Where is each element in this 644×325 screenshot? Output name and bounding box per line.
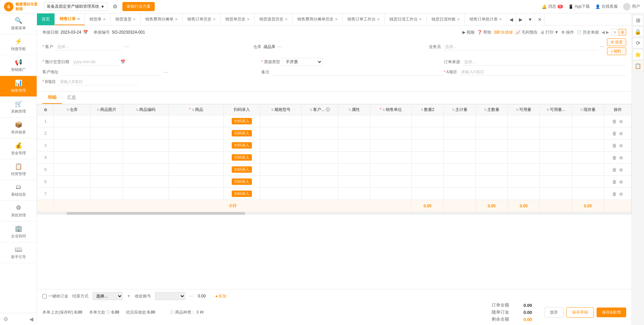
row-qty2[interactable] xyxy=(412,115,444,127)
sidebar-item-finance[interactable]: 💰 资金管理 xyxy=(0,138,37,159)
row-scan[interactable]: 扫码录入 xyxy=(224,152,260,164)
row-copy-icon[interactable]: ⊕ xyxy=(619,191,623,197)
row-spec[interactable] xyxy=(260,127,302,139)
overdue-info-icon[interactable]: ⓘ xyxy=(106,310,110,315)
row-code[interactable] xyxy=(123,164,168,176)
row-unit[interactable] xyxy=(370,164,412,176)
settings-button[interactable]: ⚙ xyxy=(110,2,120,11)
row-warehouse[interactable] xyxy=(54,127,90,139)
th-code[interactable]: ⇅商品编码 xyxy=(123,105,168,115)
sidebar-item-ops[interactable]: 📋 经营管理 xyxy=(0,159,37,180)
tab-next-btn[interactable]: ▶ xyxy=(516,13,526,25)
one-click-checkbox[interactable] xyxy=(42,294,47,298)
row-product[interactable] xyxy=(168,127,223,139)
row-copy-icon[interactable]: ⊕ xyxy=(619,167,623,172)
row-main-qty[interactable] xyxy=(476,164,507,176)
th-current[interactable]: ⇅现存量 xyxy=(572,105,604,115)
sidebar-item-guide[interactable]: 📖 新手引导 xyxy=(0,242,37,263)
row-qty2[interactable] xyxy=(412,176,444,188)
row-warehouse[interactable] xyxy=(54,176,90,188)
row-spec[interactable] xyxy=(260,188,302,200)
row-scan[interactable]: 扫码录入 xyxy=(224,176,260,188)
sidebar-gear-icon[interactable]: ⚙ xyxy=(3,316,8,322)
sidebar-item-inventory[interactable]: 📦 库存核算 xyxy=(0,118,37,138)
tab-close-sales-return[interactable]: ✕ xyxy=(133,17,136,21)
tab-daily-clear-workbench[interactable]: 钱货日清工作台 ✕ xyxy=(385,13,427,25)
sidebar-item-base[interactable]: 🗂 基础信息 xyxy=(0,180,37,201)
tab-sales-stats[interactable]: 销售订单统计表 ✕ xyxy=(465,13,507,25)
staff-input[interactable] xyxy=(443,43,598,50)
remark-input[interactable] xyxy=(271,69,444,76)
row-product[interactable] xyxy=(168,164,223,176)
row-delete-icon[interactable]: 🗑 xyxy=(612,143,617,148)
row-available2[interactable] xyxy=(540,164,572,176)
tab-sales-slip-history[interactable]: 销货单历史 ✕ xyxy=(221,13,255,25)
tab-sales-workbench[interactable]: 销售订单工作台 ✕ xyxy=(343,13,385,25)
row-delete-icon[interactable]: 🗑 xyxy=(612,155,617,160)
row-code[interactable] xyxy=(123,188,168,200)
row-available[interactable] xyxy=(508,115,540,127)
row-code[interactable] xyxy=(123,115,168,127)
row-main-unit[interactable] xyxy=(444,139,476,152)
address-more-btn[interactable]: ··· xyxy=(163,69,168,75)
row-qty2[interactable] xyxy=(412,152,444,164)
row-warehouse[interactable] xyxy=(54,164,90,176)
shortcut-btn[interactable]: ⌨ 快捷键 xyxy=(494,30,513,35)
th-spec[interactable]: ⇅规格型号 xyxy=(260,105,302,115)
customer-more-btn[interactable]: ··· xyxy=(124,44,129,50)
tab-prev-btn[interactable]: ◀ xyxy=(507,13,516,25)
row-warehouse[interactable] xyxy=(54,152,90,164)
row-product[interactable] xyxy=(168,139,223,152)
row-available[interactable] xyxy=(508,176,540,188)
save-draft-button[interactable]: 保存草稿 xyxy=(566,307,594,318)
row-warehouse[interactable] xyxy=(54,188,90,200)
row-main-qty[interactable] xyxy=(476,139,507,152)
row-main-qty[interactable] xyxy=(476,188,507,200)
tab-sales-return[interactable]: 销货退货 ✕ xyxy=(111,13,141,25)
scan-btn[interactable]: 扫码录入 xyxy=(232,166,252,173)
scan-btn[interactable]: 扫码录入 xyxy=(232,191,252,197)
row-qty2[interactable] xyxy=(412,164,444,176)
row-unit[interactable] xyxy=(370,115,412,127)
account-select[interactable] xyxy=(155,292,185,300)
row-current[interactable] xyxy=(572,188,604,200)
row-main-unit[interactable] xyxy=(444,115,476,127)
user-item[interactable]: 用户 xyxy=(623,3,640,10)
row-delete-icon[interactable]: 🗑 xyxy=(612,131,617,136)
next-record-btn[interactable]: ▶ xyxy=(606,30,609,35)
tab-close-sch[interactable]: ✕ xyxy=(335,17,338,21)
history-btn[interactable]: 📄 历史单据 xyxy=(577,30,599,35)
row-warehouse[interactable] xyxy=(54,115,90,127)
card-view-btn[interactable]: ⊞ xyxy=(619,29,626,36)
row-current[interactable] xyxy=(572,152,604,164)
row-customer-code[interactable] xyxy=(302,176,338,188)
qb-3[interactable]: ⟳ xyxy=(633,38,643,48)
sidebar-item-nav[interactable]: ⚡ 快捷导航 xyxy=(0,34,37,55)
th-available2[interactable]: ⇅可用量... xyxy=(540,105,572,115)
tab-close-dc[interactable]: ✕ xyxy=(457,17,460,21)
row-code[interactable] xyxy=(123,127,168,139)
sidebar-item-search[interactable]: 🔍 搜索菜单 xyxy=(0,13,37,34)
row-available2[interactable] xyxy=(540,176,572,188)
detail-tab-mingxi[interactable]: 明细 xyxy=(42,92,62,104)
row-available2[interactable] xyxy=(540,127,572,139)
row-available[interactable] xyxy=(508,188,540,200)
tab-close-dcw[interactable]: ✕ xyxy=(419,17,422,21)
tab-close-srh[interactable]: ✕ xyxy=(285,17,288,21)
customer-input[interactable] xyxy=(55,43,122,50)
row-available[interactable] xyxy=(508,152,540,164)
row-current[interactable] xyxy=(572,139,604,152)
row-copy-icon[interactable]: ⊕ xyxy=(619,143,623,148)
row-customer-code[interactable] xyxy=(302,139,338,152)
th-customer-code[interactable]: ⇅客户... ⓘ xyxy=(302,105,338,115)
row-current[interactable] xyxy=(572,164,604,176)
row-attr[interactable] xyxy=(338,127,370,139)
qb-2[interactable]: 🔒 xyxy=(633,26,643,37)
th-warehouse[interactable]: ⇅仓库 xyxy=(54,105,90,115)
warehouse-more-btn[interactable]: ··· xyxy=(277,44,282,50)
th-settings[interactable]: ⚙ xyxy=(37,105,54,115)
tab-close-sw[interactable]: ✕ xyxy=(377,17,380,21)
row-product[interactable] xyxy=(168,115,223,127)
row-attr[interactable] xyxy=(338,176,370,188)
row-available2[interactable] xyxy=(540,152,572,164)
